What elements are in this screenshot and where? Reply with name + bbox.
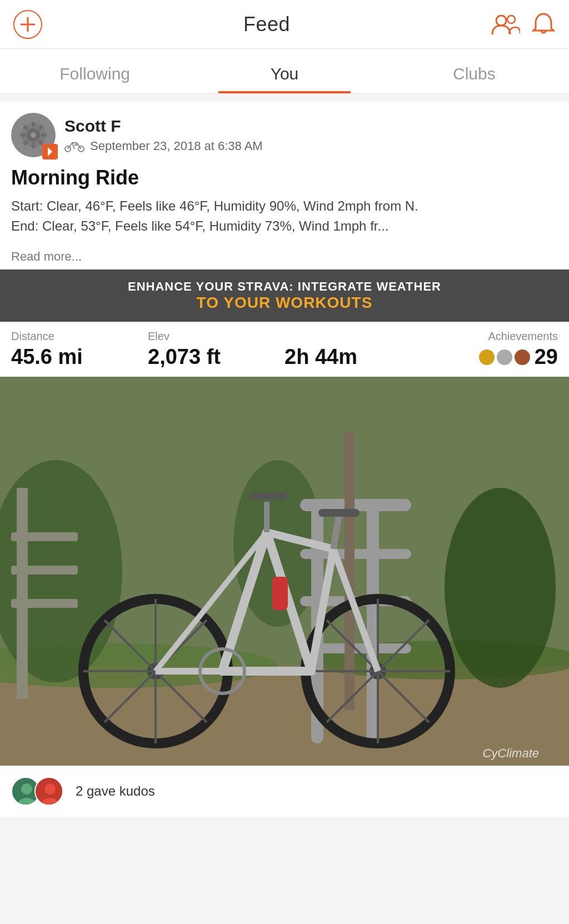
stats-row: Distance 45.6 mi Elev 2,073 ft 2h 44m Ac… xyxy=(0,322,569,377)
svg-rect-9 xyxy=(41,133,47,137)
kudos-avatars xyxy=(11,777,58,806)
stat-time: 2h 44m xyxy=(284,330,421,369)
user-name: Scott F xyxy=(64,117,263,136)
svg-point-3 xyxy=(507,16,515,23)
time-label xyxy=(284,330,421,343)
achievements-label: Achievements xyxy=(488,330,558,343)
svg-rect-60 xyxy=(272,577,288,610)
tab-you[interactable]: You xyxy=(189,49,379,93)
weather-banner-line2: TO YOUR WORKOUTS xyxy=(11,294,558,312)
people-icon[interactable] xyxy=(491,12,520,37)
kudos-avatar-2 xyxy=(34,777,63,806)
svg-rect-7 xyxy=(32,122,35,127)
svg-rect-27 xyxy=(11,532,78,541)
read-more-link[interactable]: Read more... xyxy=(0,244,569,269)
weather-banner-line1: ENHANCE YOUR STRAVA: INTEGRATE WEATHER xyxy=(11,279,558,294)
kudos-row: 2 gave kudos xyxy=(0,766,569,817)
svg-rect-33 xyxy=(300,549,411,559)
svg-rect-11 xyxy=(32,143,35,148)
svg-point-2 xyxy=(496,16,506,26)
bike-scene-svg: CyClimate xyxy=(0,377,569,766)
app-header: Feed xyxy=(0,0,569,49)
description-line1: Start: Clear, 46°F, Feels like 46°F, Hum… xyxy=(11,198,418,213)
elevation-value: 2,073 ft xyxy=(148,345,284,369)
achievements-count: 29 xyxy=(535,345,558,369)
svg-rect-26 xyxy=(17,488,28,699)
distance-label: Distance xyxy=(11,330,148,343)
svg-rect-29 xyxy=(11,599,78,608)
stat-achievements: Achievements 29 xyxy=(421,330,558,369)
weather-banner[interactable]: ENHANCE YOUR STRAVA: INTEGRATE WEATHER T… xyxy=(0,269,569,322)
user-row: Scott F September 23, 2018 at 6:38 AM xyxy=(0,102,569,164)
tab-clubs[interactable]: Clubs xyxy=(380,49,569,93)
activity-date: September 23, 2018 at 6:38 AM xyxy=(90,139,263,153)
activity-description: Start: Clear, 46°F, Feels like 46°F, Hum… xyxy=(0,196,569,236)
bike-icon xyxy=(64,140,84,152)
feed-tabs: Following You Clubs xyxy=(0,49,569,94)
distance-value: 45.6 mi xyxy=(11,345,148,369)
description-line2: End: Clear, 53°F, Feels like 54°F, Humid… xyxy=(11,218,388,233)
stat-distance: Distance 45.6 mi xyxy=(11,330,148,369)
activity-title: Morning Ride xyxy=(0,164,569,196)
medal-bronze xyxy=(515,349,530,365)
svg-point-67 xyxy=(44,783,56,795)
svg-text:CyClimate: CyClimate xyxy=(483,746,539,760)
kudos-text: 2 gave kudos xyxy=(76,783,155,799)
stat-elevation: Elev 2,073 ft xyxy=(148,330,284,369)
svg-point-64 xyxy=(21,783,32,795)
activity-meta: September 23, 2018 at 6:38 AM xyxy=(64,139,263,153)
activity-photo: CyClimate xyxy=(0,377,569,766)
avatar-wrap xyxy=(11,113,56,157)
header-actions xyxy=(491,12,556,37)
tab-following[interactable]: Following xyxy=(0,49,189,93)
strava-badge xyxy=(42,144,58,159)
svg-rect-28 xyxy=(11,566,78,575)
weather-overlay: Read more... ENHANCE YOUR STRAVA: INTEGR… xyxy=(0,244,569,322)
medal-silver xyxy=(497,349,512,365)
plus-icon xyxy=(19,16,36,33)
achievements-row: 29 xyxy=(479,345,558,369)
page-title: Feed xyxy=(243,13,290,36)
user-info: Scott F September 23, 2018 at 6:38 AM xyxy=(64,117,263,153)
svg-rect-13 xyxy=(20,133,26,137)
bell-icon[interactable] xyxy=(531,12,556,37)
activity-card: Scott F September 23, 2018 at 6:38 AM Mo… xyxy=(0,102,569,817)
time-value: 2h 44m xyxy=(284,345,421,369)
medal-gold xyxy=(479,349,495,365)
svg-rect-36 xyxy=(345,432,355,710)
svg-point-24 xyxy=(445,488,556,688)
elevation-label: Elev xyxy=(148,330,284,343)
svg-point-6 xyxy=(31,132,36,138)
add-button[interactable] xyxy=(13,10,42,39)
